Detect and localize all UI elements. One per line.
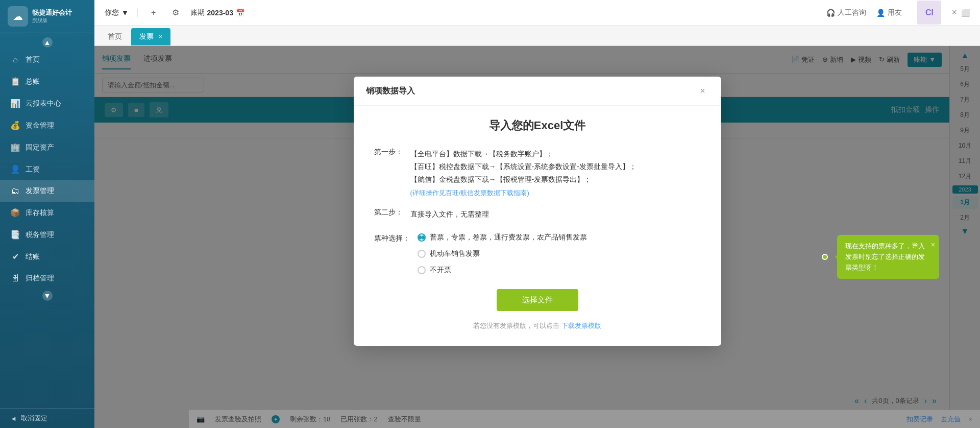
tab-invoice[interactable]: 发票 × <box>131 28 170 45</box>
dialog-header: 销项数据导入 × <box>354 77 721 106</box>
sidebar-item-label: 工资 <box>26 165 40 174</box>
sidebar-item-label: 库存核算 <box>26 208 54 218</box>
content-area: 销项发票 进项发票 📄 凭证 ⊕ 新增 ▶ <box>94 46 980 428</box>
headset-icon: 🎧 <box>826 9 835 17</box>
chevron-down-icon: ▼ <box>121 9 129 17</box>
sidebar-item-archive[interactable]: 🗄 归档管理 <box>0 268 94 289</box>
settle-icon: ✔ <box>10 252 20 261</box>
ticket-radio-group: 普票，专票，卷票，通行费发票，农产品销售发票 机动车销售发票 不开票 <box>418 233 587 275</box>
app-logo-icon: ☁ <box>8 6 28 27</box>
tab-bar: 首页 发票 × <box>94 26 980 46</box>
tooltip-dot <box>822 254 828 260</box>
company-selector[interactable]: 你您 ▼ <box>105 8 129 17</box>
tab-close-icon[interactable]: × <box>159 33 162 40</box>
sidebar-item-label: 归档管理 <box>26 274 54 283</box>
dialog-title: 销项数据导入 <box>366 86 415 97</box>
invoice-icon: 🗂 <box>10 186 20 196</box>
sidebar-scroll-up[interactable]: ▲ <box>42 37 53 47</box>
sidebar-item-ledger[interactable]: 📋 总账 <box>0 70 94 92</box>
ticket-option-2[interactable]: 机动车销售发票 <box>418 249 587 258</box>
sidebar-logo: ☁ 畅捷通好会计 旗舰版 <box>0 0 94 33</box>
sidebar-item-invoice[interactable]: 🗂 发票管理 <box>0 180 94 202</box>
sidebar-scroll-down[interactable]: ▼ <box>42 291 53 301</box>
ticket-option-1[interactable]: 普票，专票，卷票，通行费发票，农产品销售发票 <box>418 233 587 242</box>
ticket-label: 票种选择： <box>374 233 410 243</box>
sidebar-item-label: 云报表中心 <box>26 99 61 108</box>
sidebar: ☁ 畅捷通好会计 旗舰版 ▲ ⌂ 首页 📋 总账 📊 云报表中心 💰 资金管理 … <box>0 0 94 428</box>
sidebar-item-label: 资金管理 <box>26 121 54 130</box>
import-dialog: 销项数据导入 × 导入您的Excel文件 第一步： 【全电平台】数据下载→【税务… <box>354 77 721 346</box>
window-maximize-icon[interactable]: ⬜ <box>961 9 970 17</box>
settings-icon[interactable]: ⚙ <box>168 6 183 20</box>
step2-label: 第二步： <box>374 208 403 221</box>
pin-icon: ◄ <box>10 415 17 422</box>
step1-line3: 【航信】金税盘数据下载→【报税管理-发票数据导出】； <box>410 173 701 186</box>
cloud-icon: 📊 <box>10 99 20 108</box>
radio-unchecked-icon <box>418 250 426 258</box>
sidebar-item-cloud[interactable]: 📊 云报表中心 <box>0 92 94 114</box>
import-main-title: 导入您的Excel文件 <box>374 118 701 133</box>
sidebar-item-label: 总账 <box>26 77 40 86</box>
calendar-icon[interactable]: 📅 <box>236 9 244 17</box>
period-display: 账期 2023-03 📅 <box>190 8 244 17</box>
tax-icon: 📑 <box>10 230 20 240</box>
select-file-button[interactable]: 选择文件 <box>497 289 578 311</box>
step2-text: 直接导入文件，无需整理 <box>410 208 701 221</box>
step1-line2: 【百旺】税控盘数据下载→【系统设置-系统参数设置-发票批量导入】； <box>410 160 701 173</box>
step2-content: 直接导入文件，无需整理 <box>410 208 701 221</box>
step1-label: 第一步： <box>374 148 403 198</box>
sidebar-item-label: 发票管理 <box>26 186 54 196</box>
sidebar-item-inventory[interactable]: 📦 库存核算 <box>0 202 94 224</box>
user-menu[interactable]: 👤 用友 <box>876 8 902 17</box>
home-icon: ⌂ <box>10 55 20 64</box>
window-close-icon[interactable]: × <box>951 7 957 18</box>
add-button[interactable]: + <box>146 6 161 20</box>
ticket-option-3[interactable]: 不开票 <box>418 266 587 275</box>
sidebar-item-label: 税务管理 <box>26 230 54 240</box>
dialog-close-button[interactable]: × <box>697 85 709 97</box>
user-icon: 👤 <box>876 9 885 17</box>
sidebar-item-label: 固定资产 <box>26 143 54 152</box>
sidebar-item-settle[interactable]: ✔ 结账 <box>0 246 94 268</box>
finance-icon: 💰 <box>10 121 20 130</box>
dialog-body: 导入您的Excel文件 第一步： 【全电平台】数据下载→【税务数字账户】； 【百… <box>354 106 721 346</box>
step1-content: 【全电平台】数据下载→【税务数字账户】； 【百旺】税控盘数据下载→【系统设置-系… <box>410 148 701 198</box>
sidebar-unpin-button[interactable]: ◄ 取消固定 <box>0 408 94 428</box>
sidebar-item-tax[interactable]: 📑 税务管理 <box>0 224 94 246</box>
radio-checked-icon <box>418 233 426 242</box>
tooltip-close-button[interactable]: × <box>931 239 935 250</box>
app-logo-text: 畅捷通好会计 旗舰版 <box>32 9 72 25</box>
sidebar-item-assets[interactable]: 🏢 固定资产 <box>0 136 94 158</box>
ledger-icon: 📋 <box>10 77 20 86</box>
payroll-icon: 👤 <box>10 164 20 174</box>
tab-home[interactable]: 首页 <box>100 28 130 45</box>
ticket-choice: 票种选择： 普票，专票，卷票，通行费发票，农产品销售发票 机动车销售发票 <box>374 233 701 275</box>
topbar-divider: | <box>136 7 139 18</box>
radio-unchecked-icon <box>418 266 426 274</box>
sidebar-item-home[interactable]: ⌂ 首页 <box>0 49 94 70</box>
sidebar-item-payroll[interactable]: 👤 工资 <box>0 158 94 180</box>
sidebar-item-label: 结账 <box>26 252 40 261</box>
service-button[interactable]: 🎧 人工咨询 <box>826 8 866 17</box>
download-template-link[interactable]: 下载发票模版 <box>561 322 601 329</box>
inventory-icon: 📦 <box>10 208 20 218</box>
topbar: 你您 ▼ | + ⚙ 账期 2023-03 📅 🎧 人工咨询 👤 用友 CI <box>94 0 980 26</box>
step1-line1: 【全电平台】数据下载→【税务数字账户】； <box>410 148 701 160</box>
step1-detail-link[interactable]: (详细操作见百旺/航信发票数据下载指南) <box>410 189 529 197</box>
step1: 第一步： 【全电平台】数据下载→【税务数字账户】； 【百旺】税控盘数据下载→【系… <box>374 148 701 198</box>
sidebar-item-finance[interactable]: 💰 资金管理 <box>0 114 94 136</box>
step2: 第二步： 直接导入文件，无需整理 <box>374 208 701 221</box>
topbar-right: 🎧 人工咨询 👤 用友 CI × ⬜ <box>826 1 970 25</box>
dialog-footer-note: 若您没有发票模版，可以点击 下载发票模版 <box>374 321 701 330</box>
sidebar-item-label: 首页 <box>26 55 40 64</box>
window-controls: × ⬜ <box>951 7 970 18</box>
tooltip-bubble: × 现在支持的票种多了，导入发票时别忘了选择正确的发票类型呀！ <box>837 235 939 279</box>
avatar: CI <box>917 1 941 25</box>
archive-icon: 🗄 <box>10 274 20 283</box>
select-file-area: 选择文件 <box>374 289 701 311</box>
main-area: 你您 ▼ | + ⚙ 账期 2023-03 📅 🎧 人工咨询 👤 用友 CI <box>94 0 980 428</box>
assets-icon: 🏢 <box>10 142 20 152</box>
